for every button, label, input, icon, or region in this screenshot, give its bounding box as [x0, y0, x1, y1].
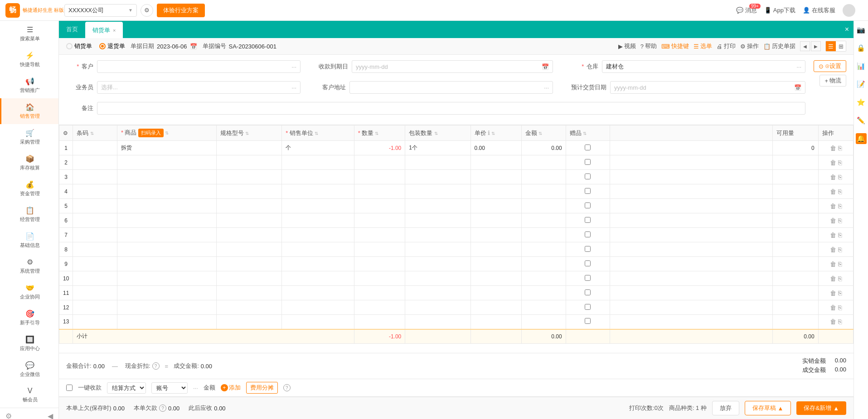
- avatar[interactable]: [843, 4, 855, 17]
- company-selector[interactable]: XXXXXX公司 ▼: [64, 4, 137, 17]
- due-date-input[interactable]: yyyy-mm-dd 📅: [352, 60, 553, 73]
- copy-icon[interactable]: ⎘: [838, 318, 842, 325]
- gift-checkbox[interactable]: [585, 159, 591, 165]
- tab-bar-close-icon[interactable]: ×: [845, 25, 849, 34]
- copy-icon[interactable]: ⎘: [838, 275, 842, 282]
- cell-unit[interactable]: 个: [282, 141, 354, 155]
- col-amount-sort[interactable]: ⇅: [538, 131, 542, 136]
- col-product-sort[interactable]: ⇅: [165, 130, 169, 135]
- delete-icon[interactable]: 🗑: [830, 217, 836, 224]
- sidebar-item-guide[interactable]: 🎯 新手引导: [0, 305, 58, 331]
- gift-checkbox[interactable]: [585, 217, 591, 223]
- sidebar-item-marketing[interactable]: 📢 营销推广: [0, 72, 58, 98]
- customer-input[interactable]: ···: [97, 60, 301, 73]
- sidebar-item-search[interactable]: ☰ 搜索菜单: [0, 21, 58, 47]
- video-button[interactable]: ▶ 视频: [618, 42, 636, 50]
- shortcut-button[interactable]: ⌨ 快捷键: [661, 42, 689, 50]
- gift-checkbox[interactable]: [585, 289, 591, 295]
- sidebar-item-vip[interactable]: V 畅会员: [0, 382, 58, 408]
- radio-return[interactable]: 退货单: [99, 42, 125, 50]
- sidebar-item-system[interactable]: ⚙ 系统管理: [0, 253, 58, 279]
- cell-price[interactable]: 0.00: [470, 141, 522, 155]
- cell-amount[interactable]: 0.00: [522, 141, 566, 155]
- copy-icon[interactable]: ⎘: [838, 188, 842, 195]
- app-download-button[interactable]: 📱 App下载: [764, 6, 795, 14]
- online-service-button[interactable]: 👤 在线客服: [803, 6, 835, 14]
- radio-sales[interactable]: 销货单: [66, 42, 92, 50]
- copy-icon[interactable]: ⎘: [838, 144, 842, 152]
- delete-icon[interactable]: 🗑: [830, 202, 836, 210]
- customer-dots-icon[interactable]: ···: [291, 63, 296, 70]
- settings-button[interactable]: ⊙ ⊙设置: [814, 60, 846, 72]
- copy-icon[interactable]: ⎘: [838, 304, 842, 311]
- right-sidebar-photo-icon[interactable]: 📷: [856, 24, 867, 35]
- expected-date-calendar-icon[interactable]: 📅: [794, 84, 801, 91]
- col-spec-sort[interactable]: ⇅: [245, 131, 249, 136]
- add-payment-button[interactable]: + 添加: [221, 384, 241, 392]
- address-dots-icon[interactable]: ···: [544, 84, 549, 91]
- save-new-button[interactable]: 保存&新增 ▲: [796, 401, 846, 415]
- gift-checkbox[interactable]: [585, 231, 591, 237]
- right-sidebar-lock-icon[interactable]: 🔒: [856, 43, 867, 53]
- gift-checkbox[interactable]: [585, 202, 591, 208]
- discard-button[interactable]: 放弃: [712, 401, 739, 415]
- sidebar-settings-icon[interactable]: ⚙: [5, 412, 12, 419]
- gift-checkbox[interactable]: [585, 188, 591, 194]
- history-button[interactable]: 📋 历史单据: [763, 42, 795, 50]
- pay-method-select[interactable]: 结算方式: [107, 382, 146, 394]
- cash-discount-help-icon[interactable]: ?: [152, 362, 160, 370]
- gift-checkbox[interactable]: [585, 173, 591, 179]
- cell-barcode[interactable]: [73, 141, 117, 155]
- delete-icon[interactable]: 🗑: [830, 275, 836, 282]
- col-qty-sort[interactable]: ⇅: [375, 131, 378, 136]
- logistics-button[interactable]: + 物流: [820, 75, 846, 87]
- cell-spec[interactable]: [217, 141, 282, 155]
- right-sidebar-chart-icon[interactable]: 📊: [856, 61, 867, 72]
- account-dots-icon[interactable]: ···: [193, 385, 198, 391]
- payment-help-icon[interactable]: ?: [283, 384, 291, 391]
- right-sidebar-edit-icon[interactable]: ✏️: [856, 115, 867, 126]
- gift-checkbox[interactable]: [585, 260, 591, 266]
- col-barcode-sort[interactable]: ⇅: [90, 131, 94, 136]
- pay-account-select[interactable]: 账号: [151, 382, 188, 394]
- delete-icon[interactable]: 🗑: [830, 246, 836, 253]
- due-date-calendar-icon[interactable]: 📅: [542, 63, 549, 70]
- copy-icon[interactable]: ⎘: [838, 260, 842, 268]
- cell-qty[interactable]: -1.00: [354, 141, 405, 155]
- copy-icon[interactable]: ⎘: [838, 231, 842, 239]
- right-sidebar-alert-icon[interactable]: 🔔: [856, 133, 867, 144]
- gift-checkbox[interactable]: [585, 144, 591, 150]
- tab-sales-order[interactable]: 销货单 ×: [85, 22, 123, 39]
- sidebar-item-basic-info[interactable]: 📄 基础信息: [0, 227, 58, 253]
- messages-button[interactable]: 💬 消息 99+: [736, 6, 757, 14]
- copy-icon[interactable]: ⎘: [838, 202, 842, 210]
- sidebar-item-appstore[interactable]: 🔲 应用中心: [0, 331, 58, 356]
- view-grid-button[interactable]: ⊞: [836, 41, 846, 51]
- copy-icon[interactable]: ⎘: [838, 289, 842, 297]
- nav-next-button[interactable]: ▶: [811, 41, 821, 51]
- warehouse-input[interactable]: 建材仓 ···: [602, 60, 805, 73]
- sidebar-item-wecom[interactable]: 💬 企业微信: [0, 356, 58, 382]
- copy-icon[interactable]: ⎘: [838, 173, 842, 181]
- address-input[interactable]: ···: [349, 81, 553, 94]
- help-button[interactable]: ? 帮助: [640, 42, 657, 50]
- print-button[interactable]: 🖨 打印: [717, 42, 736, 50]
- sidebar-item-inventory[interactable]: 📦 库存核算: [0, 150, 58, 176]
- salesperson-dots-icon[interactable]: ···: [291, 84, 296, 91]
- tab-home[interactable]: 首页: [59, 21, 85, 38]
- nav-prev-button[interactable]: ◀: [800, 41, 810, 51]
- expense-button[interactable]: 费用分摊: [246, 382, 278, 394]
- delete-icon[interactable]: 🗑: [830, 144, 836, 152]
- delete-icon[interactable]: 🗑: [830, 304, 836, 311]
- cell-gift[interactable]: [566, 141, 610, 155]
- gift-checkbox[interactable]: [585, 275, 591, 281]
- salesperson-input[interactable]: 选择... ···: [97, 81, 301, 94]
- total-debt-help-icon[interactable]: ?: [159, 405, 166, 412]
- sidebar-item-operations[interactable]: 📋 经营管理: [0, 202, 58, 227]
- scan-button[interactable]: 扫码录入: [138, 129, 164, 137]
- date-calendar-icon[interactable]: 📅: [190, 43, 197, 50]
- gift-checkbox[interactable]: [585, 304, 591, 310]
- col-gift-sort[interactable]: ⇅: [583, 131, 587, 136]
- ops-button[interactable]: ⚙ 操作: [740, 42, 759, 50]
- gift-checkbox[interactable]: [585, 318, 591, 324]
